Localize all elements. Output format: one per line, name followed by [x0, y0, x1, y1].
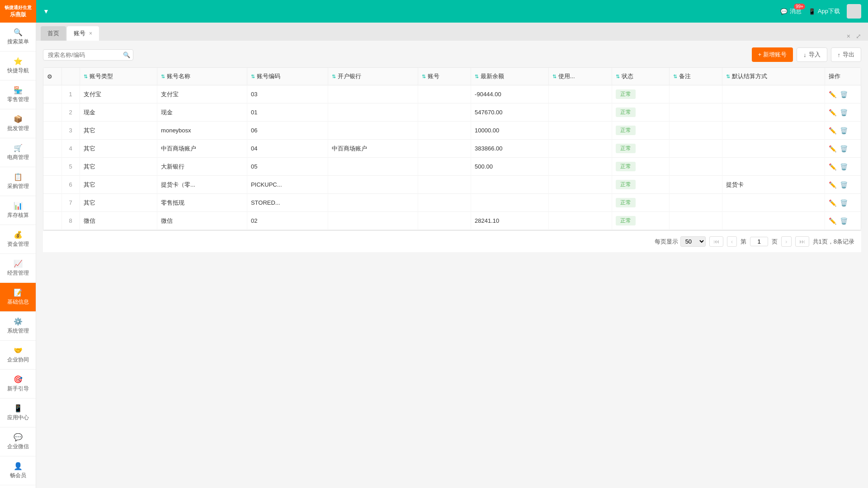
per-page-select[interactable]: 50 100 200 — [680, 236, 706, 247]
tab-accounts[interactable]: 账号 × — [67, 26, 99, 41]
sidebar-icon-ecommerce: 🛒 — [14, 144, 23, 152]
per-page-label: 每页显示 — [655, 238, 678, 246]
message-button[interactable]: 💬 消息 99+ — [780, 7, 802, 15]
edit-icon[interactable]: ✏️ — [829, 199, 836, 206]
col-remark[interactable]: ⇅备注 — [670, 68, 722, 85]
sidebar-item-inventory[interactable]: 📊库存核算 — [0, 196, 36, 225]
edit-icon[interactable]: ✏️ — [829, 181, 836, 188]
per-page: 每页显示 50 100 200 — [655, 236, 706, 247]
delete-icon[interactable]: 🗑️ — [840, 217, 848, 225]
total-info: 共1页，8条记录 — [813, 238, 854, 246]
row-remark-cell — [670, 85, 722, 103]
sidebar-item-basic-info[interactable]: 📝基础信息 — [0, 283, 36, 312]
table-row: 3 其它 moneybosx 06 10000.00 正常 ✏️ 🗑️ — [43, 122, 861, 140]
avatar[interactable] — [847, 4, 861, 19]
sidebar-item-wholesale-mgmt[interactable]: 📦批发管理 — [0, 109, 36, 138]
edit-icon[interactable]: ✏️ — [829, 217, 836, 225]
edit-icon[interactable]: ✏️ — [829, 109, 836, 116]
sidebar-item-system[interactable]: ⚙️系统管理 — [0, 312, 36, 341]
row-bank-cell — [328, 176, 418, 194]
edit-icon[interactable]: ✏️ — [829, 127, 836, 134]
sidebar-icon-wholesale-mgmt: 📦 — [14, 115, 23, 123]
row-bank-cell — [328, 194, 418, 212]
table-row: 4 其它 中百商场账户 04 中百商场账户 383866.00 正常 ✏️ 🗑️ — [43, 140, 861, 158]
sidebar-item-purchase[interactable]: 📋采购管理 — [0, 167, 36, 196]
sidebar-label-beginner: 新手引导 — [7, 385, 29, 393]
col-account[interactable]: ⇅账号 — [418, 68, 471, 85]
delete-icon[interactable]: 🗑️ — [840, 163, 848, 170]
row-action-cell: ✏️ 🗑️ — [825, 176, 861, 194]
page-last-button[interactable]: ⏭ — [795, 236, 809, 247]
add-account-button[interactable]: + 新增账号 — [752, 47, 793, 62]
action-buttons: + 新增账号 ↓ 导入 ↑ 导出 — [752, 47, 861, 62]
page-next-button[interactable]: › — [781, 236, 791, 247]
row-default-settlement-cell — [722, 140, 825, 158]
col-usage[interactable]: ⇅使用... — [548, 68, 612, 85]
col-settings[interactable]: ⚙ — [43, 68, 61, 85]
row-settings-cell — [43, 85, 61, 103]
app-download-button[interactable]: 📱 App下载 — [808, 7, 840, 15]
page-first-button[interactable]: ⏮ — [709, 236, 723, 247]
sidebar-item-enterprise-wechat[interactable]: 💬企业微信 — [0, 427, 36, 456]
edit-icon[interactable]: ✏️ — [829, 163, 836, 170]
export-button[interactable]: ↑ 导出 — [831, 47, 862, 62]
col-type[interactable]: ⇅账号类型 — [80, 68, 157, 85]
sidebar-label-ecommerce: 电商管理 — [7, 154, 29, 161]
row-account-cell — [418, 103, 471, 122]
sidebar-item-quick-nav[interactable]: ⭐快捷导航 — [0, 52, 36, 80]
col-code[interactable]: ⇅账号编码 — [247, 68, 328, 85]
row-usage-cell — [548, 194, 612, 212]
tab-accounts-close[interactable]: × — [89, 30, 92, 37]
sidebar-item-ops[interactable]: 📈经营管理 — [0, 254, 36, 283]
add-account-label: + 新增账号 — [758, 51, 787, 59]
window-maximize-button[interactable]: ⤢ — [854, 32, 863, 41]
col-name[interactable]: ⇅账号名称 — [157, 68, 247, 85]
import-button[interactable]: ↓ 导入 — [797, 47, 827, 62]
sidebar-icon-ops: 📈 — [14, 259, 23, 268]
row-code-cell: 04 — [247, 140, 328, 158]
sidebar-icon-app-center: 📱 — [14, 404, 23, 413]
delete-icon[interactable]: 🗑️ — [840, 145, 848, 152]
sidebar-item-ecommerce[interactable]: 🛒电商管理 — [0, 138, 36, 167]
sidebar-item-beginner[interactable]: 🎯新手引导 — [0, 370, 36, 399]
sidebar-item-app-center[interactable]: 📱应用中心 — [0, 399, 36, 427]
sidebar-item-enterprise-agreement[interactable]: 🤝企业协同 — [0, 341, 36, 370]
row-status-cell: 正常 — [612, 176, 670, 194]
search-box[interactable]: 🔍 — [43, 49, 133, 61]
row-default-settlement-cell: 提货卡 — [722, 176, 825, 194]
delete-icon[interactable]: 🗑️ — [840, 91, 848, 98]
delete-icon[interactable]: 🗑️ — [840, 199, 848, 206]
toolbar: 🔍 + 新增账号 ↓ 导入 ↑ 导出 — [43, 47, 861, 62]
col-status[interactable]: ⇅状态 — [612, 68, 670, 85]
page-input[interactable] — [750, 237, 768, 246]
sidebar-item-finance[interactable]: 💰资金管理 — [0, 225, 36, 254]
table-row: 2 现金 现金 01 547670.00 正常 ✏️ 🗑️ — [43, 103, 861, 122]
col-default-settlement[interactable]: ⇅默认结算方式 — [722, 68, 825, 85]
topbar-dropdown[interactable]: ▼ — [43, 8, 49, 15]
row-account-cell — [418, 85, 471, 103]
page-prev-button[interactable]: ‹ — [727, 236, 737, 247]
window-close-button[interactable]: × — [844, 32, 853, 41]
sidebar-item-search-menu[interactable]: 🔍搜索菜单 — [0, 23, 36, 52]
row-code-cell: 01 — [247, 103, 328, 122]
row-balance-cell: 547670.00 — [471, 103, 549, 122]
table-row: 7 其它 零售抵现 STORED... 正常 ✏️ 🗑️ — [43, 194, 861, 212]
edit-icon[interactable]: ✏️ — [829, 145, 836, 152]
delete-icon[interactable]: 🗑️ — [840, 127, 848, 134]
tab-home[interactable]: 首页 — [41, 26, 66, 41]
sidebar-item-member[interactable]: 👤畅会员 — [0, 456, 36, 485]
status-badge: 正常 — [616, 144, 636, 153]
delete-icon[interactable]: 🗑️ — [840, 109, 848, 116]
logo-bottom: 乐燕版 — [10, 11, 26, 19]
search-input[interactable] — [48, 52, 120, 58]
sidebar-item-retail-mgmt[interactable]: 🏪零售管理 — [0, 80, 36, 109]
sidebar-icon-member: 👤 — [14, 462, 23, 470]
col-bank[interactable]: ⇅开户银行 — [328, 68, 418, 85]
col-balance[interactable]: ⇅最新余额 — [471, 68, 549, 85]
edit-icon[interactable]: ✏️ — [829, 91, 836, 98]
row-num-cell: 6 — [61, 176, 80, 194]
sidebar-label-inventory: 库存核算 — [7, 211, 29, 219]
delete-icon[interactable]: 🗑️ — [840, 181, 848, 188]
row-name-cell: 中百商场账户 — [157, 140, 247, 158]
topbar-right: 💬 消息 99+ 📱 App下载 — [780, 4, 861, 19]
